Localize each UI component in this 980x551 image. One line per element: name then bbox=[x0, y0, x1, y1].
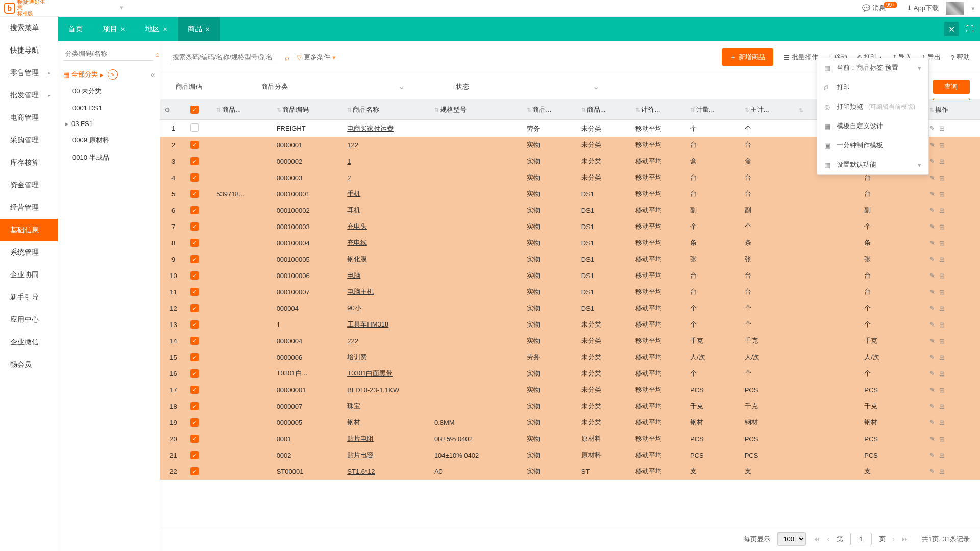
gear-icon[interactable]: ⚙ bbox=[164, 106, 170, 114]
sidebar-item[interactable]: 系统管理 bbox=[0, 241, 58, 264]
sidebar-item[interactable]: 电商管理 bbox=[0, 107, 58, 129]
column-header[interactable]: ⚙ bbox=[160, 100, 186, 120]
edit-icon[interactable]: ✎ bbox=[929, 272, 935, 280]
row-checkbox[interactable]: ✓ bbox=[190, 337, 199, 345]
sidebar-item[interactable]: 快捷导航 bbox=[0, 39, 58, 62]
product-name-link[interactable]: 电脑主机 bbox=[347, 288, 374, 295]
sidebar-item[interactable]: 新手引导 bbox=[0, 286, 58, 309]
row-checkbox[interactable]: ✓ bbox=[190, 467, 199, 475]
dropdown-item[interactable]: ▦模板自定义设计 bbox=[817, 116, 928, 136]
messages-link[interactable]: 💬 消息99+ bbox=[862, 4, 899, 13]
app-download-link[interactable]: ⬇ App下载 bbox=[906, 4, 939, 13]
more-icon[interactable]: ⊞ bbox=[939, 337, 945, 345]
search-icon[interactable]: ⌕ bbox=[285, 53, 289, 62]
more-icon[interactable]: ⊞ bbox=[939, 419, 945, 427]
table-row[interactable]: 15✓0000006培训费劳务未分类移动平均人/次人/次人/次✎⊞ bbox=[160, 349, 980, 365]
perpage-select[interactable]: 100 bbox=[777, 532, 806, 546]
tab[interactable]: 首页 bbox=[58, 17, 93, 41]
more-icon[interactable]: ⊞ bbox=[939, 321, 945, 329]
product-name-link[interactable]: 2 bbox=[347, 174, 351, 182]
pager-last-icon[interactable]: ⏭ bbox=[902, 535, 909, 543]
dropdown-item[interactable]: ⎙打印 bbox=[817, 78, 928, 97]
sidebar-item[interactable]: 经营管理 bbox=[0, 196, 58, 219]
row-checkbox[interactable]: ✓ bbox=[190, 190, 199, 198]
table-row[interactable]: 10✓000100006电脑实物DS1移动平均台台台✎⊞ bbox=[160, 267, 980, 284]
filter-status-select[interactable] bbox=[491, 82, 599, 91]
tab-close-all-icon[interactable]: ✕ bbox=[944, 22, 959, 36]
edit-icon[interactable]: ✎ bbox=[929, 141, 935, 149]
product-name-link[interactable]: 电商买家付运费 bbox=[347, 124, 394, 132]
more-icon[interactable]: ⊞ bbox=[939, 256, 945, 263]
edit-icon[interactable]: ✎ bbox=[929, 174, 935, 182]
more-icon[interactable]: ⊞ bbox=[939, 124, 945, 132]
row-checkbox[interactable]: ✓ bbox=[190, 353, 199, 361]
product-name-link[interactable]: 钢材 bbox=[347, 418, 360, 426]
more-icon[interactable]: ⊞ bbox=[939, 386, 945, 394]
tab-expand-icon[interactable]: ⛶ bbox=[963, 22, 977, 36]
tab-close-icon[interactable]: ✕ bbox=[205, 26, 210, 33]
row-checkbox[interactable] bbox=[190, 123, 199, 132]
edit-icon[interactable]: ✎ bbox=[929, 435, 935, 443]
row-checkbox[interactable]: ✓ bbox=[190, 222, 199, 231]
edit-icon[interactable]: ✎ bbox=[929, 452, 935, 459]
table-row[interactable]: 6✓000100002耳机实物DS1移动平均副副副✎⊞ bbox=[160, 202, 980, 218]
edit-icon[interactable]: ✎ bbox=[929, 158, 935, 165]
product-name-link[interactable]: 充电头 bbox=[347, 222, 367, 230]
column-header[interactable]: 商品... bbox=[523, 100, 577, 120]
row-checkbox[interactable]: ✓ bbox=[190, 288, 199, 296]
tree-node[interactable]: 0010 半成品 bbox=[58, 149, 160, 166]
avatar[interactable] bbox=[946, 2, 964, 15]
row-checkbox[interactable]: ✓ bbox=[190, 271, 199, 280]
tab[interactable]: 地区 ✕ bbox=[135, 17, 178, 41]
tree-node[interactable]: 03 FS1 bbox=[58, 116, 160, 132]
more-icon[interactable]: ⊞ bbox=[939, 305, 945, 312]
dropdown-item[interactable]: ▦设置默认功能 bbox=[817, 155, 928, 174]
edit-icon[interactable]: ✎ bbox=[929, 354, 935, 361]
product-name-link[interactable]: 电脑 bbox=[347, 271, 360, 279]
product-name-link[interactable]: 90小 bbox=[347, 304, 361, 312]
column-header[interactable]: ✓ bbox=[186, 100, 212, 120]
row-checkbox[interactable]: ✓ bbox=[190, 141, 199, 149]
more-icon[interactable]: ⊞ bbox=[939, 158, 945, 165]
product-name-link[interactable]: 贴片电阻 bbox=[347, 435, 374, 442]
column-header[interactable]: 商品编码 bbox=[273, 100, 344, 120]
table-row[interactable]: 19✓0000005钢材0.8MM实物未分类移动平均钢材钢材钢材✎⊞ bbox=[160, 414, 980, 431]
more-icon[interactable]: ⊞ bbox=[939, 141, 945, 149]
tree-node[interactable]: 0001 DS1 bbox=[58, 100, 160, 116]
sidebar-item[interactable]: 企业协同 bbox=[0, 264, 58, 286]
table-row[interactable]: 7✓000100003充电头实物DS1移动平均个个个✎⊞ bbox=[160, 218, 980, 235]
product-name-link[interactable]: 耳机 bbox=[347, 206, 360, 214]
table-row[interactable]: 13✓1工具车HM318实物未分类移动平均个个个✎⊞ bbox=[160, 316, 980, 333]
dropdown-item[interactable]: ◎打印预览(可编辑当前模版) bbox=[817, 97, 928, 116]
column-header[interactable]: 商品... bbox=[577, 100, 632, 120]
more-icon[interactable]: ⊞ bbox=[939, 207, 945, 214]
tree-node[interactable]: 0009 原材料 bbox=[58, 132, 160, 149]
sidebar-item[interactable]: 批发管理 bbox=[0, 84, 58, 107]
pager-first-icon[interactable]: ⏮ bbox=[813, 535, 820, 543]
sidebar-item[interactable]: 零售管理 bbox=[0, 62, 58, 84]
tree-search-input[interactable] bbox=[63, 46, 153, 61]
tab-close-icon[interactable]: ✕ bbox=[120, 26, 125, 33]
edit-icon[interactable]: ✎ bbox=[929, 256, 935, 263]
tab[interactable]: 项目 ✕ bbox=[93, 17, 135, 41]
product-name-link[interactable]: 工具车HM318 bbox=[347, 320, 388, 328]
product-name-link[interactable]: 手机 bbox=[347, 190, 360, 197]
edit-icon[interactable]: ✎ bbox=[929, 468, 935, 475]
product-name-link[interactable]: ST1.6*12 bbox=[347, 468, 375, 475]
table-row[interactable]: 16✓T0301白...T0301白面黑带实物未分类移动平均个个个✎⊞ bbox=[160, 365, 980, 382]
tree-collapse-icon[interactable]: « bbox=[151, 70, 155, 79]
more-icon[interactable]: ⊞ bbox=[939, 468, 945, 475]
table-row[interactable]: 18✓0000007珠宝实物未分类移动平均千克千克千克✎⊞ bbox=[160, 398, 980, 414]
row-checkbox[interactable]: ✓ bbox=[190, 255, 199, 263]
row-checkbox[interactable]: ✓ bbox=[190, 386, 199, 394]
select-all-checkbox[interactable]: ✓ bbox=[190, 106, 199, 114]
table-row[interactable]: 8✓000100004充电线实物DS1移动平均条条条✎⊞ bbox=[160, 235, 980, 251]
edit-icon[interactable]: ✎ bbox=[929, 403, 935, 410]
sidebar-item[interactable]: 资金管理 bbox=[0, 174, 58, 196]
column-header[interactable]: 商品... bbox=[212, 100, 272, 120]
row-checkbox[interactable]: ✓ bbox=[190, 239, 199, 247]
more-icon[interactable]: ⊞ bbox=[939, 288, 945, 296]
column-header[interactable]: 商品名称 bbox=[343, 100, 430, 120]
sidebar-item[interactable]: 企业微信 bbox=[0, 331, 58, 354]
sidebar-item[interactable]: 应用中心 bbox=[0, 309, 58, 331]
